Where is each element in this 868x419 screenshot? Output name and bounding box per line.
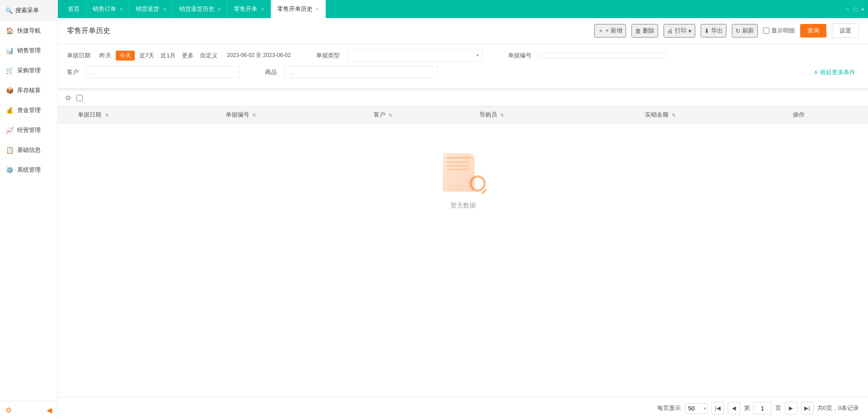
th-amount[interactable]: 实销金额 ⇅ xyxy=(640,106,787,124)
sidebar-item-quick-nav[interactable]: 🏠 快捷导航 xyxy=(0,21,57,41)
tab-sales-return-history[interactable]: 销货退货历史 × xyxy=(173,0,228,18)
delete-button[interactable]: 🗑 删除 xyxy=(631,24,658,38)
tab-sales-order-close[interactable]: × xyxy=(120,6,123,12)
date-today[interactable]: 今天 xyxy=(116,51,135,61)
sidebar-item-label: 资金管理 xyxy=(17,106,41,114)
display-detail-input[interactable] xyxy=(763,28,769,34)
th-date-sort-icon[interactable]: ⇅ xyxy=(105,113,109,118)
tab-retail-open[interactable]: 零售开单 × xyxy=(228,0,270,18)
date-more[interactable]: 更多 xyxy=(180,51,195,61)
sidebar-item-finance[interactable]: 💰 资金管理 xyxy=(0,100,57,120)
query-button[interactable]: 查询 xyxy=(800,24,826,38)
sales-icon: 📊 xyxy=(5,47,14,55)
sys-icon: ⚙️ xyxy=(5,166,14,174)
table-section: ⚙ 单据日期 ⇅ 单据编号 ⇅ xyxy=(58,90,868,397)
settings-button[interactable]: 设置 xyxy=(832,24,859,38)
collapse-sidebar-icon[interactable]: ◀ xyxy=(47,406,52,414)
main-content: 首页 销售订单 × 销货退货 × 销货退货历史 × 零售开单 × 零售开单历史 … xyxy=(58,0,868,419)
empty-illustration xyxy=(441,151,486,196)
display-detail-checkbox[interactable]: 显示明细 xyxy=(763,27,795,35)
filter-section: 单据日期 昨天 今天 近7天 近1月 更多 自定义 2023-06-02 至 2… xyxy=(58,44,868,89)
th-date[interactable]: 单据日期 ⇅ xyxy=(72,106,220,124)
delete-icon: 🗑 xyxy=(635,28,641,34)
th-amount-sort-icon[interactable]: ⇅ xyxy=(672,113,675,118)
order-type-select[interactable] xyxy=(347,49,483,61)
th-action: 操作 xyxy=(787,106,868,124)
filter-row-1: 单据日期 昨天 今天 近7天 近1月 更多 自定义 2023-06-02 至 2… xyxy=(67,49,859,61)
top-nav: 首页 销售订单 × 销货退货 × 销货退货历史 × 零售开单 × 零售开单历史 … xyxy=(58,0,868,18)
page-suffix: 页 xyxy=(775,404,781,412)
print-chevron-icon: ▾ xyxy=(688,28,692,34)
date-custom[interactable]: 自定义 xyxy=(198,51,219,61)
sidebar-item-sales-mgmt[interactable]: 📊 销售管理 xyxy=(0,41,57,61)
th-date-label: 单据日期 xyxy=(78,111,101,118)
th-checkbox xyxy=(58,106,72,124)
sidebar-bottom: ⚙ ◀ xyxy=(0,401,57,419)
date-yesterday[interactable]: 昨天 xyxy=(98,51,113,61)
add-button[interactable]: ＋ + 新增 xyxy=(594,24,626,38)
per-page-select[interactable]: 50 10 20 100 xyxy=(684,403,708,414)
tab-sales-return-history-close[interactable]: × xyxy=(218,6,221,12)
page-header: 零售开单历史 ＋ + 新增 🗑 删除 🖨 打印 ▾ ⬇ 导出 ↻ 刷新 xyxy=(58,18,868,44)
export-button[interactable]: ⬇ 导出 xyxy=(701,24,726,38)
select-all-checkbox[interactable] xyxy=(76,95,83,101)
empty-text: 暂无数据 xyxy=(451,202,476,210)
tab-retail-history[interactable]: 零售开单历史 × xyxy=(271,0,326,18)
refresh-button[interactable]: ↻ 刷新 xyxy=(732,24,758,38)
sidebar-item-label: 快捷导航 xyxy=(17,27,41,35)
sidebar-item-label: 采购管理 xyxy=(17,66,41,75)
page-number-input[interactable] xyxy=(754,402,772,414)
goods-label: 商品 xyxy=(265,68,277,76)
tab-sales-order-label: 销售订单 xyxy=(93,5,116,13)
tab-sales-return[interactable]: 销货退货 × xyxy=(129,0,172,18)
settings-bottom-icon[interactable]: ⚙ xyxy=(5,406,12,414)
sidebar-item-inventory[interactable]: 📦 库存核算 xyxy=(0,80,57,100)
sidebar-item-label: 销售管理 xyxy=(17,47,41,55)
th-no[interactable]: 单据编号 ⇅ xyxy=(220,106,368,124)
window-close-btn[interactable]: × xyxy=(861,6,864,13)
th-salesman-sort-icon[interactable]: ⇅ xyxy=(500,113,504,118)
order-no-label: 单据编号 xyxy=(508,52,531,60)
tab-retail-open-label: 零售开单 xyxy=(234,5,257,13)
sidebar-item-purchase-mgmt[interactable]: 🛒 采购管理 xyxy=(0,61,57,80)
sidebar-item-label: 系统管理 xyxy=(17,166,41,174)
window-maximize-btn[interactable]: □ xyxy=(854,6,858,13)
date-last7[interactable]: 近7天 xyxy=(138,51,156,61)
customer-input[interactable]: ... xyxy=(86,66,240,78)
page-next-btn[interactable]: ▶ xyxy=(785,402,797,414)
sidebar-item-operations[interactable]: 📈 经营管理 xyxy=(0,120,57,140)
export-icon: ⬇ xyxy=(704,28,709,34)
tab-retail-history-close[interactable]: × xyxy=(316,6,319,12)
sidebar-search-label: 搜索采单 xyxy=(15,6,39,14)
th-customer[interactable]: 客户 ⇅ xyxy=(368,106,474,124)
print-button[interactable]: 🖨 打印 ▾ xyxy=(664,24,695,38)
th-no-sort-icon[interactable]: ⇅ xyxy=(252,113,256,118)
tab-home[interactable]: 首页 xyxy=(62,0,86,18)
sidebar-item-sys-mgmt[interactable]: ⚙️ 系统管理 xyxy=(0,160,57,180)
tab-sales-return-close[interactable]: × xyxy=(163,6,166,12)
date-last1month[interactable]: 近1月 xyxy=(159,51,177,61)
sidebar-item-label: 经营管理 xyxy=(17,126,41,134)
tab-sales-order[interactable]: 销售订单 × xyxy=(86,0,129,18)
sidebar-item-base-info[interactable]: 📋 基础信息 xyxy=(0,140,57,160)
collapse-button[interactable]: ∧ 收起更多条件 xyxy=(810,66,859,78)
th-no-label: 单据编号 xyxy=(226,111,249,118)
table-wrapper: 单据日期 ⇅ 单据编号 ⇅ 客户 ⇅ 导购员 ⇅ xyxy=(58,106,868,397)
th-customer-sort-icon[interactable]: ⇅ xyxy=(389,113,392,118)
page-first-btn[interactable]: |◀ xyxy=(711,402,724,414)
date-filter-label: 单据日期 xyxy=(67,52,90,60)
home-icon: 🏠 xyxy=(5,27,14,35)
page-prev-btn[interactable]: ◀ xyxy=(728,402,740,414)
tab-retail-open-close[interactable]: × xyxy=(261,6,264,12)
export-label: 导出 xyxy=(711,27,723,35)
window-minimize-btn[interactable]: － xyxy=(844,5,850,13)
search-icon: 🔍 xyxy=(5,7,13,14)
table-settings-icon[interactable]: ⚙ xyxy=(65,94,71,102)
order-no-input[interactable] xyxy=(539,53,665,58)
th-salesman[interactable]: 导购员 ⇅ xyxy=(474,106,601,124)
goods-input[interactable]: ... xyxy=(284,66,438,78)
print-label: 打印 xyxy=(675,27,687,35)
page-last-btn[interactable]: ▶| xyxy=(801,402,814,414)
sidebar-search[interactable]: 🔍 搜索采单 xyxy=(0,0,57,21)
filter-row-2: 客户 ... 商品 ... ∧ 收起更多条件 xyxy=(67,66,859,78)
